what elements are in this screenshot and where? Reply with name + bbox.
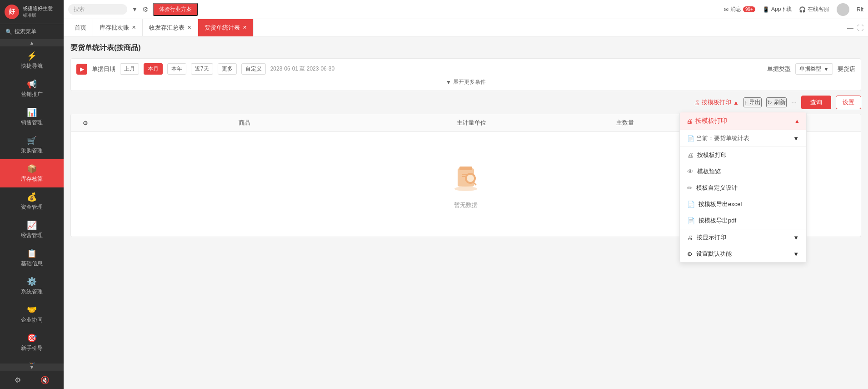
current-template-arrow: ▼ — [793, 135, 799, 142]
sidebar-item-marketing[interactable]: 📢 营销推广 — [0, 75, 64, 103]
tab-order-stats[interactable]: 要货单统计表 ✕ — [198, 19, 254, 36]
top-gear-btn[interactable]: ⚙ — [142, 5, 148, 14]
date-more-btn[interactable]: 更多 — [218, 63, 237, 75]
scroll-up-btn[interactable]: ▲ — [0, 39, 64, 46]
date-this-year-btn[interactable]: 本年 — [167, 63, 186, 75]
user-avatar[interactable] — [837, 3, 849, 16]
template-custom-btn[interactable]: ✏ 模板自定义设计 — [680, 180, 806, 196]
date-last-month-btn[interactable]: 上月 — [120, 63, 139, 75]
empty-illustration — [448, 159, 484, 196]
more-options-btn[interactable]: ··· — [791, 99, 797, 106]
scroll-down-btn[interactable]: ▼ — [0, 364, 64, 371]
refresh-icon: ↻ — [767, 99, 772, 106]
finance-icon: 💰 — [27, 192, 37, 202]
date-7days-btn[interactable]: 近7天 — [191, 63, 213, 75]
tab-batch-account-close[interactable]: ✕ — [132, 25, 136, 30]
template-export-pdf-btn[interactable]: 📄 按模板导出pdf — [680, 212, 806, 229]
date-this-month-btn[interactable]: 本月 — [144, 63, 163, 75]
filter-expand-btn[interactable]: ▶ — [76, 64, 87, 75]
headset-icon: 🎧 — [799, 6, 806, 13]
sidebar-item-sales[interactable]: 📊 销售管理 — [0, 103, 64, 131]
sidebar-item-system[interactable]: ⚙️ 系统管理 — [0, 272, 64, 300]
sidebar-item-finance[interactable]: 💰 资金管理 — [0, 187, 64, 216]
sidebar-item-inventory[interactable]: 📦 库存核算 — [0, 159, 64, 187]
template-print-btn[interactable]: 🖨 按模板打印 — [680, 147, 806, 163]
print-dropdown-current-section: 📄 当前：要货单统计表 ▼ — [680, 130, 806, 147]
template-excel-icon: 📄 — [687, 201, 695, 208]
refresh-btn[interactable]: ↻ 刷新 — [766, 97, 787, 107]
action-bar: 🖨 按模板打印 ▲ ↑ 导出 ↻ 刷新 ··· 查询 设置 🖨 按模板打印 — [70, 96, 861, 109]
trial-btn[interactable]: 体验行业方案 — [153, 3, 198, 16]
top-search-dropdown[interactable]: ▼ — [132, 6, 138, 13]
sidebar-item-enterprise[interactable]: 🤝 企业协同 — [0, 300, 64, 328]
operations-icon: 📈 — [27, 220, 37, 230]
username-display: Rit — [857, 6, 863, 13]
logo-icon: 好 — [5, 5, 19, 19]
query-btn[interactable]: 查询 — [801, 96, 831, 109]
template-preview-btn[interactable]: 👁 模板预览 — [680, 163, 806, 180]
audio-footer-btn[interactable]: 🔇 — [40, 376, 50, 384]
logo-text: 畅捷通好生意 — [23, 5, 53, 12]
tab-receipt-summary-close[interactable]: ✕ — [187, 25, 191, 30]
top-bar: 搜索 ▼ ⚙ 体验行业方案 ✉ 消息 99+ 📱 App下载 🎧 在线客服 Ri… — [64, 0, 868, 19]
default-settings-group[interactable]: ⚙ 设置默认功能 ▼ — [680, 246, 806, 262]
print-dropdown-title: 🖨 按模板打印 — [686, 117, 727, 125]
dropdown-close-arrow[interactable]: ▲ — [794, 118, 800, 124]
tab-batch-account[interactable]: 库存批次账 ✕ — [93, 19, 143, 36]
print-template-btn[interactable]: 🖨 按模板打印 ▲ — [694, 98, 739, 106]
phone-icon: 📱 — [763, 6, 769, 13]
print-dropdown-groups-section: 🖨 按显示打印 ▼ ⚙ 设置默认功能 ▼ — [680, 229, 806, 262]
printer-icon: 🖨 — [694, 99, 700, 106]
print-dropdown-toggle[interactable]: ▲ — [733, 99, 739, 106]
sidebar-item-quick-nav[interactable]: ⚡ 快捷导航 — [0, 46, 64, 75]
export-btn[interactable]: ↑ 导出 — [743, 97, 762, 107]
window-minimize-btn[interactable]: — — [847, 24, 853, 31]
template-preview-icon: 👁 — [687, 168, 693, 175]
message-btn[interactable]: ✉ 消息 99+ — [724, 5, 755, 13]
logo-badge: 标准版 — [23, 12, 53, 19]
purchase-icon: 🛒 — [27, 136, 37, 146]
expand-more-btn[interactable]: ▼ 展开更多条件 — [446, 78, 486, 86]
quick-nav-icon: ⚡ — [27, 51, 37, 61]
print-current-template[interactable]: 📄 当前：要货单统计表 ▼ — [680, 130, 806, 147]
default-settings-arrow: ▼ — [793, 251, 799, 258]
th-settings[interactable]: ⚙ — [76, 115, 95, 131]
basic-icon: 📋 — [27, 248, 37, 258]
display-print-group[interactable]: 🖨 按显示打印 ▼ — [680, 229, 806, 246]
sales-icon: 📊 — [27, 107, 37, 117]
order-type-dropdown-icon: ▼ — [823, 66, 829, 72]
sidebar-item-operations[interactable]: 📈 经营管理 — [0, 216, 64, 244]
tab-order-stats-close[interactable]: ✕ — [243, 25, 247, 30]
tab-home[interactable]: 首页 — [68, 19, 93, 36]
print-dropdown-items-section: 🖨 按模板打印 👁 模板预览 ✏ 模板自定义设计 📄 按模板导出excel — [680, 147, 806, 229]
sidebar-item-guide[interactable]: 🎯 新手引导 — [0, 328, 64, 357]
default-settings-icon: ⚙ — [687, 251, 693, 258]
search-menu-btn[interactable]: 🔍 搜索菜单 — [0, 24, 64, 39]
settings-btn[interactable]: 设置 — [836, 96, 861, 109]
settings-footer-btn[interactable]: ⚙ — [15, 376, 21, 384]
current-template-icon: 📄 — [687, 135, 694, 142]
template-export-excel-btn[interactable]: 📄 按模板导出excel — [680, 196, 806, 212]
sidebar-item-apps[interactable]: 📱 应用中心 — [0, 357, 64, 364]
sidebar-item-basic[interactable]: 📋 基础信息 — [0, 244, 64, 272]
display-print-label: 🖨 按显示打印 — [687, 233, 726, 242]
filter-row: ▶ 单据日期 上月 本月 本年 近7天 更多 自定义 2023-06-01 至 … — [76, 63, 855, 75]
message-icon: ✉ — [724, 6, 728, 13]
tab-receipt-summary[interactable]: 收发存汇总表 ✕ — [143, 19, 198, 36]
system-icon: ⚙️ — [27, 277, 37, 287]
template-custom-icon: ✏ — [687, 184, 693, 192]
current-template-label: 📄 当前：要货单统计表 — [687, 134, 749, 142]
date-range-display: 2023-06-01 至 2023-06-30 — [270, 65, 334, 73]
empty-text: 暂无数据 — [454, 201, 478, 209]
tab-bar-controls: — ⛶ — [847, 24, 868, 31]
online-service-btn[interactable]: 🎧 在线客服 — [799, 5, 829, 13]
window-expand-btn[interactable]: ⛶ — [857, 24, 863, 31]
sidebar-item-purchase[interactable]: 🛒 采购管理 — [0, 131, 64, 159]
guide-icon: 🎯 — [27, 333, 37, 343]
tab-bar: 首页 库存批次账 ✕ 收发存汇总表 ✕ 要货单统计表 ✕ — ⛶ — [64, 19, 868, 36]
app-download-btn[interactable]: 📱 App下载 — [763, 5, 792, 13]
order-type-select[interactable]: 单据类型 ▼ — [795, 63, 833, 75]
th-unit: 主计量单位 — [394, 114, 548, 131]
date-custom-btn[interactable]: 自定义 — [241, 63, 266, 75]
logo-area: 好 畅捷通好生意 标准版 — [0, 0, 64, 24]
